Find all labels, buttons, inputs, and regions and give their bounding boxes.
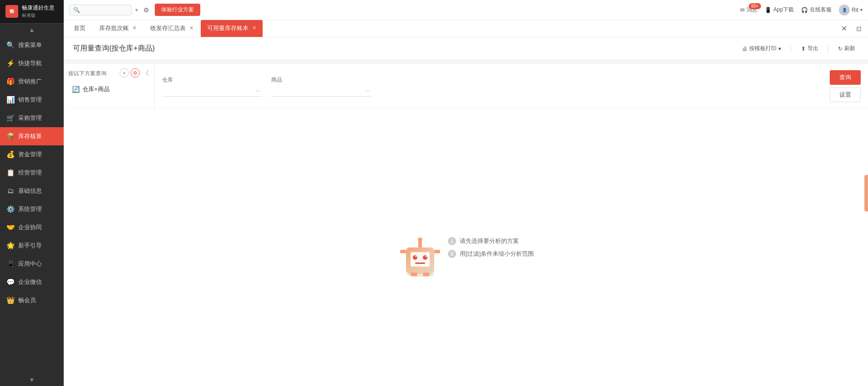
svg-point-4	[423, 255, 427, 260]
user-chevron-icon: ▾	[860, 7, 863, 12]
svg-rect-11	[434, 250, 440, 253]
sidebar-item-system[interactable]: ⚙️ 系统管理	[0, 200, 64, 218]
system-icon: ⚙️	[6, 205, 15, 213]
page-title: 可用量查询(按仓库+商品)	[73, 44, 155, 53]
sidebar-item-search[interactable]: 🔍 搜索菜单	[0, 36, 64, 54]
svg-point-6	[425, 256, 427, 257]
sidebar-item-corp[interactable]: 🤝 企业协同	[0, 218, 64, 237]
goods-input[interactable]	[275, 87, 363, 94]
topbar-chevron[interactable]: ▾	[135, 7, 138, 13]
sidebar-scroll-down[interactable]: ▼	[0, 374, 64, 386]
tip-item-2: 2 用[过滤]条件来缩小分析范围	[448, 250, 534, 258]
topbar-search-box[interactable]: 🔍	[69, 5, 132, 15]
sidebar-item-finance[interactable]: 💰 资金管理	[0, 145, 64, 164]
tab-recv-summary-close[interactable]: ✕	[189, 25, 193, 31]
corp-icon: 🤝	[6, 223, 15, 232]
topbar-right: ✉ 消息 99+ 📱 App下载 🎧 在线客服 👤 Rit ▾	[740, 5, 863, 15]
sidebar-item-sales[interactable]: 📊 销售管理	[0, 91, 64, 109]
sidebar-item-purchase[interactable]: 🛒 采购管理	[0, 109, 64, 127]
tab-home[interactable]: 首页	[67, 20, 92, 37]
guide-icon: 🌟	[6, 242, 15, 250]
member-icon: 👑	[6, 296, 15, 304]
filter-scheme-panel: 按以下方案查询 + ⚙ 《 🔄 仓库+商品	[64, 64, 155, 108]
svg-rect-2	[411, 252, 430, 267]
print-chevron-icon: ▾	[778, 46, 781, 52]
sidebar-item-inventory[interactable]: 📦 库存核算	[0, 127, 64, 145]
svg-rect-13	[423, 273, 430, 276]
warehouse-label: 仓库	[162, 76, 262, 84]
collapse-scheme-button[interactable]: 《	[142, 68, 150, 78]
warehouse-field: 仓库 ···	[162, 76, 262, 97]
app-download-button[interactable]: 📱 App下载	[765, 6, 794, 14]
empty-illustration	[398, 227, 439, 268]
warehouse-action[interactable]: ···	[256, 87, 260, 94]
online-service-button[interactable]: 🎧 在线客服	[801, 6, 832, 14]
message-icon: ✉	[740, 7, 745, 13]
sales-icon: 📊	[6, 96, 15, 104]
refresh-icon: ↻	[838, 46, 843, 52]
goods-action[interactable]: ···	[365, 87, 370, 94]
tabbar-actions: ✕ ⊡	[838, 23, 864, 34]
sidebar-item-operation[interactable]: 📋 经营管理	[0, 164, 64, 182]
settings-button[interactable]: 设置	[830, 87, 861, 102]
goods-label: 商品	[271, 76, 371, 84]
operation-icon: 📋	[6, 169, 15, 177]
sidebar-item-apps[interactable]: 📱 应用中心	[0, 255, 64, 273]
apps-icon: 📱	[6, 260, 15, 268]
sidebar-scroll-up[interactable]: ▲	[0, 24, 64, 36]
sidebar-item-member[interactable]: 👑 畅会员	[0, 291, 64, 309]
page-actions: 🖨 按模板打印 ▾ | ⬆ 导出 | ↻ 刷新	[738, 43, 859, 54]
sidebar-item-wechat[interactable]: 💬 企业微信	[0, 273, 64, 291]
sidebar-header: 畅 畅康通好生意 标准版	[0, 0, 64, 24]
industry-solution-button[interactable]: 体验行业方案	[155, 4, 200, 16]
username: Rit	[852, 7, 858, 13]
divider2: |	[827, 45, 829, 52]
sidebar-item-shortcut[interactable]: ⚡ 快捷导航	[0, 54, 64, 72]
search-icon: 🔍	[6, 41, 15, 49]
export-button[interactable]: ⬆ 导出	[797, 43, 822, 54]
message-button[interactable]: ✉ 消息 99+	[740, 6, 757, 14]
add-scheme-button[interactable]: +	[120, 68, 129, 77]
robot-svg	[398, 227, 443, 277]
topbar-search-input[interactable]	[82, 7, 127, 13]
user-initials: 👤	[842, 8, 847, 12]
svg-point-3	[413, 255, 417, 260]
tab-recv-summary[interactable]: 收发存汇总表 ✕	[144, 20, 200, 37]
marketing-icon: 🎁	[6, 77, 15, 86]
refresh-button[interactable]: ↻ 刷新	[834, 43, 859, 54]
warehouse-input[interactable]	[166, 87, 254, 94]
tab-available-stock[interactable]: 可用量库存账本 ✕	[201, 20, 263, 37]
settings-scheme-button[interactable]: ⚙	[131, 68, 140, 77]
avatar: 👤	[839, 5, 850, 15]
tab-batch-account[interactable]: 库存批次账 ✕	[93, 20, 143, 37]
sidebar-item-basic[interactable]: 🗂 基础信息	[0, 182, 64, 200]
sidebar-item-guide[interactable]: 🌟 新手引导	[0, 237, 64, 255]
svg-rect-10	[400, 250, 406, 253]
sidebar-item-marketing[interactable]: 🎁 营销推广	[0, 72, 64, 91]
svg-rect-7	[415, 262, 425, 264]
scheme-item-warehouse-goods[interactable]: 🔄 仓库+商品	[68, 82, 150, 97]
tip-num-1: 1	[448, 237, 456, 245]
svg-rect-12	[411, 273, 417, 276]
tab-available-stock-close[interactable]: ✕	[252, 25, 256, 31]
divider: |	[790, 45, 792, 52]
tab-batch-account-close[interactable]: ✕	[132, 25, 137, 31]
service-icon: 🎧	[801, 7, 808, 13]
wechat-icon: 💬	[6, 278, 15, 286]
query-button[interactable]: 查询	[830, 70, 861, 85]
print-button[interactable]: 🖨 按模板打印 ▾	[738, 43, 785, 54]
tip-text-2: 用[过滤]条件来缩小分析范围	[460, 250, 534, 258]
page-header: 可用量查询(按仓库+商品) 🖨 按模板打印 ▾ | ⬆ 导出 | ↻ 刷新	[64, 37, 868, 60]
tab-close-all-button[interactable]: ✕	[838, 23, 850, 34]
tab-home-label: 首页	[74, 24, 86, 32]
right-scrollbar[interactable]	[864, 175, 868, 211]
tab-expand-button[interactable]: ⊡	[853, 24, 864, 33]
user-menu[interactable]: 👤 Rit ▾	[839, 5, 863, 15]
empty-tips: 1 请先选择要分析的方案 2 用[过滤]条件来缩小分析范围	[448, 237, 534, 258]
goods-input-wrapper[interactable]: ···	[271, 86, 371, 97]
gear-icon[interactable]: ⚙	[142, 5, 151, 15]
export-icon: ⬆	[801, 46, 806, 52]
warehouse-input-wrapper[interactable]: ···	[162, 86, 262, 97]
tab-available-stock-label: 可用量库存账本	[207, 24, 249, 32]
filter-area: 按以下方案查询 + ⚙ 《 🔄 仓库+商品 仓库	[64, 64, 868, 108]
